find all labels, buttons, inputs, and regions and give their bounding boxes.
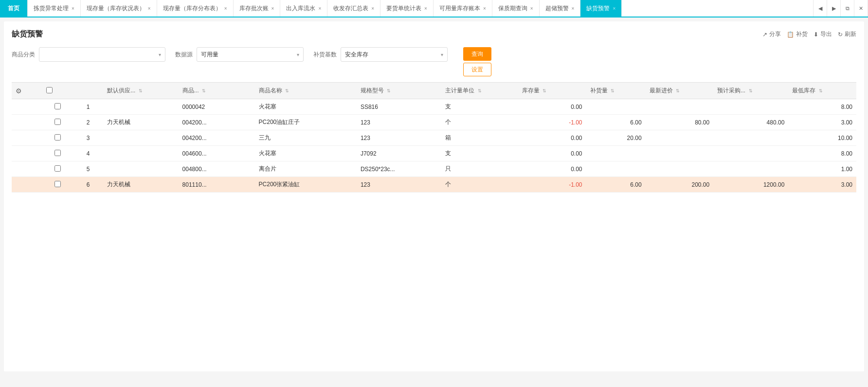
share-button[interactable]: ↗ 分享 (762, 30, 781, 38)
tab-shortage-warning[interactable]: 缺货预警 × (580, 0, 622, 17)
row-checkbox-cell[interactable] (42, 177, 73, 193)
tab-requisition-stat[interactable]: 要货单统计表 × (380, 0, 434, 17)
row-checkbox[interactable] (54, 119, 61, 125)
sort-icon: ⇅ (676, 88, 680, 93)
tab-home[interactable]: 首页 (0, 0, 28, 17)
row-checkbox[interactable] (54, 134, 61, 141)
close-icon[interactable]: × (224, 6, 227, 11)
col-header-est-purchase[interactable]: 预计采购... ⇅ (713, 83, 788, 99)
sort-icon: ⇅ (542, 88, 546, 93)
col-header-goods-name[interactable]: 商品名称 ⇅ (255, 83, 357, 99)
tab-label: 收发存汇总表 (333, 4, 368, 13)
window-close-button[interactable]: ✕ (854, 0, 868, 17)
row-checkbox-cell[interactable] (42, 99, 73, 115)
col-header-min-stock[interactable]: 最低库存 ⇅ (788, 83, 856, 99)
row-goods-code: 004600... (179, 146, 255, 161)
tab-inout-flow[interactable]: 出入库流水 × (280, 0, 327, 17)
replenish-base-value: 安全库存 (345, 51, 441, 59)
data-source-label: 数据源 (175, 51, 193, 59)
export-label: 导出 (820, 30, 832, 38)
close-icon[interactable]: × (613, 6, 615, 11)
export-button[interactable]: ⬇ 导出 (814, 30, 832, 38)
row-index: 3 (73, 130, 104, 146)
col-header-stock[interactable]: 库存量 ⇅ (518, 83, 586, 99)
sort-icon: ⇅ (139, 88, 143, 93)
dropdown-arrow-icon: ▾ (297, 52, 299, 57)
row-est-purchase: 1200.00 (713, 177, 788, 193)
col-header-goods-code[interactable]: 商品... ⇅ (179, 83, 255, 99)
tab-overstock-warning[interactable]: 超储预警 × (540, 0, 581, 17)
row-unit: 只 (441, 161, 518, 177)
close-icon[interactable]: × (483, 6, 486, 11)
row-spec: 123 (357, 130, 441, 146)
query-button[interactable]: 查询 (463, 47, 491, 61)
col-header-spec[interactable]: 规格型号 ⇅ (357, 83, 441, 99)
page-header: 缺货预警 ↗ 分享 📋 补货 ⬇ 导出 ↻ 刷新 (12, 29, 856, 39)
row-goods-name: 三九 (255, 130, 357, 146)
close-icon[interactable]: × (72, 6, 74, 11)
row-stock: 0.00 (518, 130, 586, 146)
col-header-supplier[interactable]: 默认供应... ⇅ (103, 83, 178, 99)
export-icon: ⬇ (814, 31, 818, 38)
tab-label: 缺货预警 (586, 4, 610, 13)
refresh-button[interactable]: ↻ 刷新 (838, 30, 856, 38)
close-icon[interactable]: × (424, 6, 427, 11)
replenish-base-filter: 补货基数 安全库存 ▾ (313, 47, 448, 62)
row-replenish-qty: 6.00 (586, 177, 646, 193)
tab-abnormal[interactable]: 拣货异常处理 × (28, 0, 81, 17)
share-label: 分享 (769, 30, 781, 38)
row-checkbox[interactable] (54, 150, 61, 156)
header-actions: ↗ 分享 📋 补货 ⬇ 导出 ↻ 刷新 (762, 30, 856, 38)
close-icon[interactable]: × (318, 6, 321, 11)
tab-expiry-query[interactable]: 保质期查询 × (492, 0, 540, 17)
tab-inventory-dist[interactable]: 现存量（库存分布表） × (157, 0, 234, 17)
data-source-value: 可用量 (201, 51, 297, 59)
sort-icon: ⇅ (611, 88, 615, 93)
row-est-purchase (713, 146, 788, 161)
col-header-latest-price[interactable]: 最新进价 ⇅ (646, 83, 714, 99)
close-icon[interactable]: × (572, 6, 575, 11)
row-goods-name: 离合片 (255, 161, 357, 177)
close-icon[interactable]: × (530, 6, 533, 11)
close-icon[interactable]: × (371, 6, 374, 11)
row-checkbox-cell[interactable] (42, 161, 73, 177)
col-header-checkbox[interactable] (42, 83, 73, 99)
tab-scroll-left-button[interactable]: ◀ (814, 0, 827, 17)
row-unit: 个 (441, 177, 518, 193)
goods-category-select[interactable]: ▾ (39, 47, 165, 62)
tab-scroll-right-button[interactable]: ▶ (827, 0, 841, 17)
tab-available-ledger[interactable]: 可用量库存账本 × (434, 0, 492, 17)
gear-icon[interactable]: ⚙ (16, 87, 22, 95)
row-stock: 0.00 (518, 146, 586, 161)
close-icon[interactable]: × (148, 6, 151, 11)
tab-batch-account[interactable]: 库存批次账 × (234, 0, 281, 17)
select-all-checkbox[interactable] (46, 87, 53, 93)
col-header-unit[interactable]: 主计量单位 ⇅ (441, 83, 518, 99)
row-est-purchase: 480.00 (713, 115, 788, 130)
replenish-base-select[interactable]: 安全库存 ▾ (341, 47, 448, 62)
row-checkbox[interactable] (54, 165, 61, 172)
col-header-replenish[interactable]: 补货量 ⇅ (586, 83, 646, 99)
tab-recv-summary[interactable]: 收发存汇总表 × (327, 0, 380, 17)
row-latest-price (646, 130, 714, 146)
sort-icon: ⇅ (819, 88, 823, 93)
row-checkbox-cell[interactable] (42, 130, 73, 146)
row-setting-cell (12, 115, 42, 130)
window-restore-button[interactable]: ⧉ (841, 0, 854, 17)
data-source-select[interactable]: 可用量 ▾ (197, 47, 304, 62)
row-supplier: 力天机械 (103, 177, 178, 193)
settings-button[interactable]: 设置 (463, 63, 491, 76)
close-icon[interactable]: × (271, 6, 274, 11)
row-checkbox-cell[interactable] (42, 115, 73, 130)
row-checkbox-cell[interactable] (42, 146, 73, 161)
row-spec: 123 (357, 115, 441, 130)
tab-nav-controls: ◀ ▶ ⧉ ✕ (813, 0, 868, 17)
replenish-button[interactable]: 📋 补货 (787, 30, 808, 38)
row-checkbox[interactable] (54, 181, 61, 187)
col-header-setting[interactable]: ⚙ (12, 83, 42, 99)
tab-inventory-status[interactable]: 现存量（库存状况表） × (81, 0, 157, 17)
row-checkbox[interactable] (54, 103, 61, 109)
data-source-filter: 数据源 可用量 ▾ (175, 47, 304, 62)
row-index: 6 (73, 177, 104, 193)
row-latest-price (646, 99, 714, 115)
